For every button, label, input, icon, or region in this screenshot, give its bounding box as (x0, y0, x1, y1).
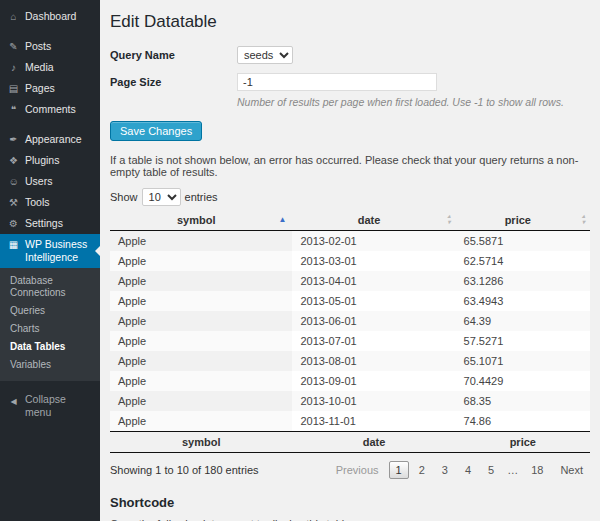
pagination-ellipsis: … (504, 461, 521, 479)
page-button-2[interactable]: 2 (412, 461, 432, 479)
footer-column-date: date (292, 432, 455, 453)
admin-sidebar: ⌂ Dashboard ✎ Posts ♪ Media ▤ Pages ❝ Co… (0, 0, 100, 521)
column-header-label: date (358, 214, 381, 226)
table-header-row: symbol ▲ date ▴▾ price ▴▾ (110, 210, 590, 231)
sidebar-item-label: WP Business Intelligence (25, 238, 94, 264)
cell-symbol: Apple (110, 291, 292, 311)
cell-price: 63.1286 (456, 271, 590, 291)
footer-column-symbol: symbol (110, 432, 292, 453)
table-bottom-bar: Showing 1 to 10 of 180 entries Previous … (110, 453, 590, 485)
submenu-item-queries[interactable]: Queries (0, 302, 100, 320)
cell-symbol: Apple (110, 271, 292, 291)
entries-per-page-select[interactable]: 10 (142, 188, 181, 206)
media-icon: ♪ (8, 61, 19, 74)
dashboard-icon: ⌂ (8, 10, 19, 23)
query-name-select[interactable]: seeds (237, 46, 293, 64)
query-name-label: Query Name (110, 46, 237, 64)
page-size-label: Page Size (110, 73, 237, 108)
next-page-button[interactable]: Next (553, 461, 590, 479)
submenu-item-database-connections[interactable]: Database Connections (0, 272, 100, 302)
cell-price: 74.86 (456, 411, 590, 432)
sort-icon: ▴▾ (582, 213, 585, 225)
cell-date: 2013-05-01 (292, 291, 455, 311)
app-window: ⌂ Dashboard ✎ Posts ♪ Media ▤ Pages ❝ Co… (0, 0, 600, 521)
sidebar-item-users[interactable]: ☺ Users (0, 171, 100, 192)
cell-price: 68.35 (456, 391, 590, 411)
sort-icon: ▴▾ (448, 213, 451, 225)
page-button-4[interactable]: 4 (458, 461, 478, 479)
page-button-1[interactable]: 1 (389, 461, 409, 479)
pushpin-icon: ✎ (8, 40, 19, 53)
cell-date: 2013-02-01 (292, 231, 455, 252)
plugins-icon: ❖ (8, 154, 19, 167)
sidebar-item-dashboard[interactable]: ⌂ Dashboard (0, 6, 100, 27)
cell-symbol: Apple (110, 351, 292, 371)
sidebar-item-settings[interactable]: ⚙ Settings (0, 213, 100, 234)
cell-date: 2013-07-01 (292, 331, 455, 351)
column-header-price[interactable]: price ▴▾ (456, 210, 590, 231)
sidebar-item-label: Users (25, 175, 52, 188)
cell-symbol: Apple (110, 411, 292, 432)
cell-price: 65.5871 (456, 231, 590, 252)
pagination: Previous 1 2 3 4 5 … 18 Next (329, 461, 590, 479)
footer-column-price: price (456, 432, 590, 453)
sidebar-item-comments[interactable]: ❝ Comments (0, 99, 100, 120)
shortcode-heading: Shortcode (110, 495, 590, 510)
page-size-row: Page Size Number of results per page whe… (110, 73, 590, 108)
page-button-18[interactable]: 18 (524, 461, 550, 479)
sort-ascending-icon: ▲ (278, 215, 286, 224)
results-table: symbol ▲ date ▴▾ price ▴▾ Apple 2 (110, 210, 590, 453)
cell-price: 57.5271 (456, 331, 590, 351)
column-header-symbol[interactable]: symbol ▲ (110, 210, 292, 231)
table-row: Apple 2013-09-01 70.4429 (110, 371, 590, 391)
submenu-item-charts[interactable]: Charts (0, 320, 100, 338)
cell-date: 2013-08-01 (292, 351, 455, 371)
cell-price: 65.1071 (456, 351, 590, 371)
collapse-menu-button[interactable]: ◀ Collapse menu (0, 389, 100, 423)
save-changes-button[interactable]: Save Changes (110, 121, 202, 141)
page-button-3[interactable]: 3 (435, 461, 455, 479)
cell-date: 2013-06-01 (292, 311, 455, 331)
column-header-date[interactable]: date ▴▾ (292, 210, 455, 231)
cell-price: 64.39 (456, 311, 590, 331)
previous-page-button[interactable]: Previous (329, 461, 386, 479)
sidebar-item-wp-business-intelligence[interactable]: ▦ WP Business Intelligence (0, 234, 100, 268)
page-size-field: Number of results per page when first lo… (237, 73, 564, 108)
query-name-row: Query Name seeds (110, 46, 590, 64)
page-button-5[interactable]: 5 (481, 461, 501, 479)
collapse-arrow-icon: ◀ (8, 393, 19, 408)
menu-separator (0, 120, 100, 129)
cell-symbol: Apple (110, 231, 292, 252)
entries-length-control: Show 10 entries (110, 188, 590, 206)
cell-symbol: Apple (110, 391, 292, 411)
submenu-item-variables[interactable]: Variables (0, 356, 100, 374)
sidebar-item-label: Pages (25, 82, 55, 95)
page-size-input[interactable] (237, 73, 437, 91)
table-row: Apple 2013-05-01 63.4943 (110, 291, 590, 311)
sidebar-item-posts[interactable]: ✎ Posts (0, 36, 100, 57)
sidebar-item-pages[interactable]: ▤ Pages (0, 78, 100, 99)
cell-price: 62.5714 (456, 251, 590, 271)
sidebar-item-appearance[interactable]: ✒ Appearance (0, 129, 100, 150)
sidebar-item-media[interactable]: ♪ Media (0, 57, 100, 78)
table-row: Apple 2013-03-01 62.5714 (110, 251, 590, 271)
tools-icon: ⚒ (8, 196, 19, 209)
table-footer-row: symbol date price (110, 432, 590, 453)
cell-price: 70.4429 (456, 371, 590, 391)
cell-date: 2013-09-01 (292, 371, 455, 391)
cell-date: 2013-03-01 (292, 251, 455, 271)
sidebar-item-label: Media (25, 61, 54, 74)
menu-separator (0, 27, 100, 36)
table-row: Apple 2013-08-01 65.1071 (110, 351, 590, 371)
column-header-label: price (505, 214, 531, 226)
chart-icon: ▦ (8, 238, 19, 251)
table-info: Showing 1 to 10 of 180 entries (110, 464, 259, 476)
cell-date: 2013-04-01 (292, 271, 455, 291)
entries-label: entries (185, 191, 218, 203)
table-row: Apple 2013-06-01 64.39 (110, 311, 590, 331)
settings-icon: ⚙ (8, 217, 19, 230)
sidebar-item-plugins[interactable]: ❖ Plugins (0, 150, 100, 171)
sidebar-item-tools[interactable]: ⚒ Tools (0, 192, 100, 213)
submenu-item-data-tables[interactable]: Data Tables (0, 338, 100, 356)
table-row: Apple 2013-02-01 65.5871 (110, 231, 590, 252)
